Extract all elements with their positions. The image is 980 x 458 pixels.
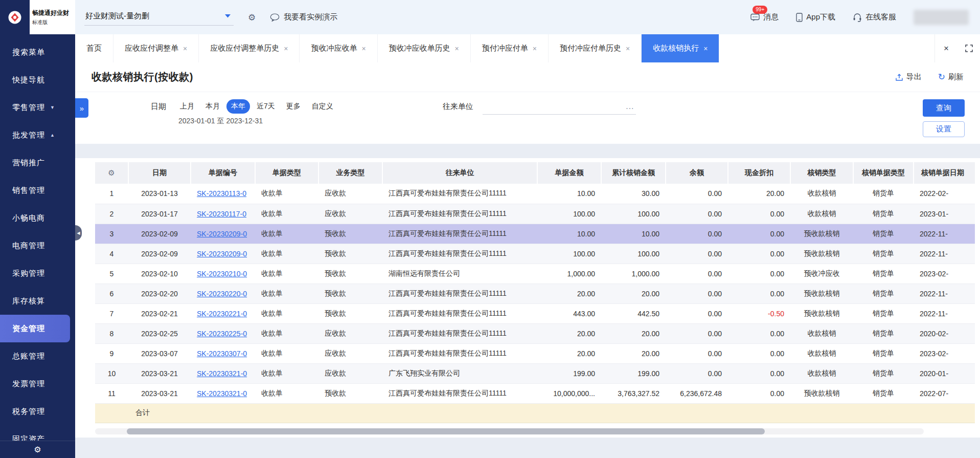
table-row[interactable]: 11 2023-03-21 SK-20230321-0 收款单 预收款 江西真可… <box>95 383 975 403</box>
sidebar-item[interactable]: 发票管理 ▼ ▲ <box>0 370 75 398</box>
sidebar-settings-gear-icon[interactable]: ⚙ <box>34 445 41 454</box>
table-row[interactable]: 4 2023-02-09 SK-20230209-0 收款单 预收款 江西真可爱… <box>95 244 975 264</box>
settings-button[interactable]: 设置 <box>923 121 965 137</box>
cell-partner: 江西真可爱布娃娃有限责任公司11111 <box>382 204 537 224</box>
app-download-button[interactable]: App下载 <box>796 12 835 22</box>
table-row[interactable]: 2 2023-01-17 SK-20230117-0 收款单 应收款 江西真可爱… <box>95 204 975 224</box>
doc-number-link[interactable]: SK-20230225-0 <box>197 330 247 338</box>
sidebar-item[interactable]: 零售管理 ▼ ▲ <box>0 94 75 121</box>
user-account-redacted[interactable] <box>914 10 969 25</box>
query-button[interactable]: 查询 <box>923 99 965 117</box>
doc-number-link[interactable]: SK-20230321-0 <box>197 389 247 398</box>
sidebar-item-label: 销售管理 <box>12 186 45 195</box>
sidebar-item[interactable]: 固定资产 ▼ ▲ <box>0 425 75 441</box>
cell-balance: 0.00 <box>666 224 728 244</box>
doc-number-link[interactable]: SK-20230209-0 <box>197 230 247 238</box>
tab-close-icon[interactable]: × <box>183 45 187 53</box>
date-option-pill[interactable]: 上月 <box>175 99 199 114</box>
doc-number-link[interactable]: SK-20230321-0 <box>197 369 247 378</box>
cell-doc-type: 收款单 <box>255 343 318 363</box>
sidebar-item-label: 快捷导航 <box>12 75 45 85</box>
table-row[interactable]: 3 2023-02-09 SK-20230209-0 收款单 预收款 江西真可爱… <box>95 224 975 244</box>
cell-partner: 江西真可爱布娃娃有限责任公司11111 <box>382 343 537 363</box>
export-button[interactable]: 导出 <box>895 72 922 82</box>
tab-close-icon[interactable]: × <box>455 45 459 53</box>
sidebar-item[interactable]: 小畅电商 ▼ ▲ <box>0 204 75 232</box>
table-row[interactable]: 9 2023-03-07 SK-20230307-0 收款单 应收款 江西真可爱… <box>95 343 975 363</box>
doc-number-link[interactable]: SK-20230209-0 <box>197 250 247 258</box>
table-row[interactable]: 1 2023-01-13 SK-20230113-0 收款单 应收款 江西真可爱… <box>95 184 975 204</box>
tab-close-icon[interactable]: × <box>284 45 288 53</box>
date-option-pill[interactable]: 自定义 <box>307 99 338 114</box>
cell-biz-type: 预收款 <box>318 264 382 283</box>
cell-amount: 20.00 <box>537 323 601 343</box>
tab[interactable]: 预收冲应收单 × <box>300 34 377 62</box>
date-option-pill[interactable]: 更多 <box>282 99 305 114</box>
cell-biz-type: 预收款 <box>318 283 382 303</box>
demo-link[interactable]: 我要看实例演示 <box>270 12 337 22</box>
tab-close-icon[interactable]: × <box>533 45 537 53</box>
close-all-tabs-button[interactable]: × <box>935 34 958 62</box>
doc-number-link[interactable]: SK-20230210-0 <box>197 270 247 278</box>
doc-number-link[interactable]: SK-20230307-0 <box>197 350 247 358</box>
horizontal-scrollbar[interactable] <box>95 428 924 434</box>
sidebar-item[interactable]: 采购管理 ▼ ▲ <box>0 259 75 287</box>
tab-close-icon[interactable]: × <box>361 45 366 53</box>
sidebar-item[interactable]: 总账管理 ▼ ▲ <box>0 342 75 370</box>
main-area: 好业财测试-量勿删 ⚙ 我要看实例演示 99+ <box>75 0 980 458</box>
cell-settle-type: 收款核销 <box>790 343 853 363</box>
doc-number-link[interactable]: SK-20230117-0 <box>197 210 246 218</box>
tab[interactable]: 预收冲应收单历史 × <box>378 34 471 62</box>
tab[interactable]: 预付冲应付单历史 × <box>549 34 642 62</box>
tab[interactable]: 首页 × <box>75 34 113 62</box>
org-selector[interactable]: 好业财测试-量勿删 <box>84 9 234 26</box>
tab[interactable]: 应收应付调整单历史 × <box>199 34 300 62</box>
sidebar-item[interactable]: 库存核算 ▼ ▲ <box>0 287 75 315</box>
fullscreen-icon[interactable] <box>958 34 980 62</box>
date-option-pill[interactable]: 本年 <box>226 99 250 114</box>
headset-icon <box>853 13 862 22</box>
refresh-button[interactable]: ↻ 刷新 <box>938 72 964 82</box>
topbar-gear-icon[interactable]: ⚙ <box>248 12 256 23</box>
tab-close-icon[interactable]: × <box>626 45 630 53</box>
table-row[interactable]: 10 2023-03-21 SK-20230321-0 收款单 应收款 广东飞翔… <box>95 363 975 383</box>
filter-expand-button[interactable]: » <box>75 98 88 118</box>
sidebar-item-label: 固定资产 <box>12 434 45 441</box>
partner-input[interactable]: ··· <box>483 99 636 115</box>
tab[interactable]: 预付冲应付单 × <box>471 34 549 62</box>
sidebar-item[interactable]: 批发管理 ▼ ▲ <box>0 121 75 149</box>
sidebar-item[interactable]: 电商管理 ▼ ▲ <box>0 232 75 259</box>
doc-number-link[interactable]: SK-20230220-0 <box>197 290 247 298</box>
date-option-pill[interactable]: 近7天 <box>252 99 280 114</box>
cell-settled-amount: 100.00 <box>601 204 666 224</box>
sidebar-item[interactable]: 营销推广 ▼ ▲ <box>0 149 75 177</box>
tab[interactable]: 应收应付调整单 × <box>113 34 199 62</box>
cell-doc-type: 收款单 <box>255 303 318 323</box>
tab-close-icon[interactable]: × <box>703 45 708 53</box>
tab-label: 预付冲应付单 <box>482 43 528 53</box>
horizontal-scrollbar-thumb[interactable] <box>127 428 765 434</box>
partner-more-icon[interactable]: ··· <box>626 104 636 114</box>
column-settings-cell[interactable]: ⚙ <box>95 162 128 184</box>
table-row[interactable]: 7 2023-02-21 SK-20230221-0 收款单 预收款 江西真可爱… <box>95 303 975 323</box>
sidebar-item[interactable]: 税务管理 ▼ ▲ <box>0 398 75 425</box>
column-settings-gear-icon[interactable]: ⚙ <box>108 168 115 178</box>
sidebar-item[interactable]: 搜索菜单 ▼ ▲ <box>0 38 75 66</box>
tab-label: 收款核销执行 <box>653 43 699 53</box>
row-number: 5 <box>95 264 128 283</box>
table-row[interactable]: 6 2023-02-20 SK-20230220-0 收款单 预收款 江西真可爱… <box>95 283 975 303</box>
sidebar-item[interactable]: 资金管理 ▼ ▲ <box>0 315 70 342</box>
online-service-button[interactable]: 在线客服 <box>853 12 896 22</box>
sidebar-item[interactable]: 销售管理 ▼ ▲ <box>0 177 75 204</box>
brand-logo-icon <box>0 0 30 34</box>
table-row[interactable]: 5 2023-02-10 SK-20230210-0 收款单 预收款 湖南恒远有… <box>95 264 975 283</box>
cell-partner: 湖南恒远有限责任公司 <box>382 264 537 283</box>
tab[interactable]: 收款核销执行 × <box>642 34 719 62</box>
messages-button[interactable]: 99+ 消息 <box>750 12 779 22</box>
table-row[interactable]: 8 2023-02-25 SK-20230225-0 收款单 应收款 江西真可爱… <box>95 323 975 343</box>
column-header: 单据编号 <box>191 162 255 184</box>
doc-number-link[interactable]: SK-20230113-0 <box>197 189 246 198</box>
sidebar-item[interactable]: 快捷导航 ▼ ▲ <box>0 66 75 94</box>
date-option-pill[interactable]: 本月 <box>201 99 224 114</box>
doc-number-link[interactable]: SK-20230221-0 <box>197 310 247 318</box>
